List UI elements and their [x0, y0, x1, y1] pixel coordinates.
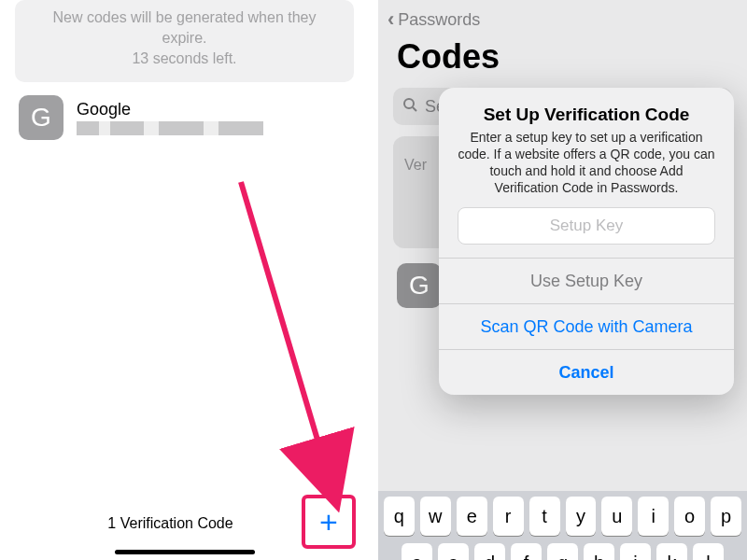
key-h[interactable]: h [584, 543, 614, 560]
alert-message: Enter a setup key to set up a verificati… [458, 129, 715, 196]
banner-line: expire. [30, 28, 339, 49]
setup-key-input[interactable]: Setup Key [458, 207, 715, 245]
setup-verification-alert: Set Up Verification Code Enter a setup k… [439, 88, 734, 395]
home-indicator [115, 550, 255, 554]
key-l[interactable]: l [693, 543, 724, 560]
alert-title: Set Up Verification Code [458, 105, 715, 125]
button-label: Use Setup Key [530, 272, 642, 291]
key-o[interactable]: o [674, 497, 705, 536]
chevron-left-icon: ‹ [388, 9, 394, 30]
keyboard: qwertyuiop asdfghjkl [378, 491, 747, 560]
avatar: G [397, 263, 442, 308]
input-placeholder: Setup Key [550, 217, 623, 235]
key-e[interactable]: e [457, 497, 487, 536]
hint-text-start: Ver [404, 157, 427, 174]
key-q[interactable]: q [384, 497, 415, 536]
key-d[interactable]: d [474, 543, 505, 560]
cancel-button[interactable]: Cancel [439, 350, 734, 395]
back-label: Passwords [398, 10, 480, 30]
key-s[interactable]: s [438, 543, 469, 560]
button-label: Cancel [558, 363, 613, 383]
svg-point-1 [404, 99, 414, 108]
key-y[interactable]: y [566, 497, 597, 536]
account-name: Google [77, 100, 350, 119]
page-title: Codes [378, 34, 747, 84]
account-username-redacted [77, 121, 263, 135]
search-icon [402, 97, 417, 117]
key-u[interactable]: u [601, 497, 632, 536]
banner-line: 13 seconds left. [30, 49, 339, 69]
key-i[interactable]: i [638, 497, 669, 536]
back-button[interactable]: ‹ Passwords [378, 0, 747, 34]
svg-line-2 [413, 107, 416, 111]
key-j[interactable]: j [620, 543, 651, 560]
key-k[interactable]: k [656, 543, 687, 560]
banner-line: New codes will be generated when they [30, 7, 339, 28]
avatar: G [19, 95, 63, 140]
key-a[interactable]: a [402, 543, 432, 560]
key-w[interactable]: w [420, 497, 451, 536]
key-g[interactable]: g [547, 543, 578, 560]
scan-qr-code-button[interactable]: Scan QR Code with Camera [439, 304, 734, 349]
key-r[interactable]: r [493, 497, 524, 536]
key-t[interactable]: t [529, 497, 560, 536]
button-label: Scan QR Code with Camera [480, 317, 692, 337]
screenshot-right: ‹ Passwords Codes Se Ver ow. G [378, 0, 747, 560]
add-code-button[interactable]: + [305, 498, 352, 545]
use-setup-key-button[interactable]: Use Setup Key [439, 259, 734, 303]
key-f[interactable]: f [511, 543, 542, 560]
codes-expiry-banner: New codes will be generated when they ex… [15, 0, 354, 82]
key-p[interactable]: p [711, 497, 741, 536]
verification-code-count: 1 Verification Code [28, 515, 313, 532]
account-row-google[interactable]: G Google [0, 82, 369, 149]
screenshot-left: New codes will be generated when they ex… [0, 0, 369, 560]
plus-icon: + [319, 504, 338, 540]
